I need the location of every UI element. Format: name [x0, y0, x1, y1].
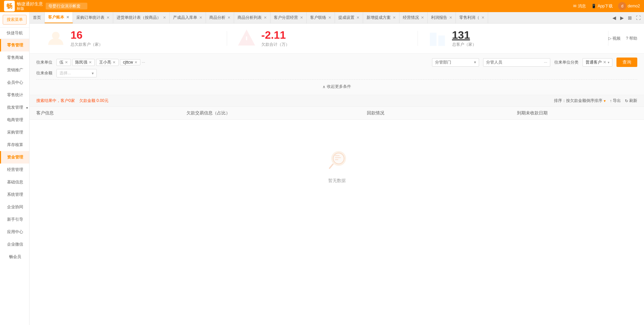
- tag-close-wu[interactable]: ✕: [65, 60, 68, 65]
- stats-help-area: ▷ 视频 ? 帮助: [608, 36, 637, 41]
- tab-profit-report[interactable]: 利润报告 ✕: [428, 12, 456, 23]
- svg-rect-6: [432, 35, 434, 37]
- sort-selector[interactable]: 排序：按欠款金额倒序排序 ▾: [554, 98, 606, 104]
- tab-operations-status[interactable]: 经营情况 ✕: [399, 12, 428, 23]
- sidebar-item-system[interactable]: 系统管理: [0, 188, 29, 201]
- tab-customer-ledger[interactable]: 客户账本 ✕: [45, 12, 73, 23]
- filter-row-2: 往来余额 选择... ▾: [36, 69, 637, 77]
- tab-product-entry[interactable]: 产成品入库单 ✕: [170, 12, 206, 23]
- tab-inventory-stats[interactable]: 进货单统计表（按商品） ✕: [113, 12, 170, 23]
- person-filter[interactable]: 分管人员 ···: [483, 58, 550, 67]
- sidebar-item-zero-retail[interactable]: 零售管理: [0, 39, 29, 51]
- search-menu-button[interactable]: 搜索菜单: [3, 15, 27, 25]
- results-bar: 搜索结果中，客户0家 欠款金额 0.00元 排序：按欠款金额倒序排序 ▾ ↑ 导…: [30, 95, 644, 107]
- sidebar-item-ecommerce[interactable]: 电商管理: [0, 114, 29, 126]
- dept-filter[interactable]: 分管部门 ▾: [432, 58, 479, 67]
- tab-close-product-analysis-list[interactable]: ✕: [264, 15, 267, 20]
- sidebar-item-retail-mall[interactable]: 零售商城: [0, 51, 29, 64]
- total-customers-value: 16: [71, 30, 103, 40]
- sidebar-item-wholesale[interactable]: 批发管理: [0, 101, 29, 114]
- customers-icon: [46, 29, 65, 48]
- app-download-btn[interactable]: 📱 App下载: [591, 3, 613, 9]
- help-btn[interactable]: ? 帮助: [626, 36, 637, 41]
- tab-close-customer-tier[interactable]: ✕: [300, 15, 303, 20]
- filter-more-icon[interactable]: ···: [142, 60, 145, 65]
- sidebar-item-basic-info[interactable]: 基础信息: [0, 176, 29, 188]
- export-icon: ↑: [610, 99, 612, 103]
- tab-more-btn[interactable]: ⊠: [627, 14, 633, 21]
- tab-close-new-raise[interactable]: ✕: [393, 15, 396, 20]
- tab-close-product-entry[interactable]: ✕: [199, 15, 202, 20]
- tab-close-retail-profit[interactable]: ✕: [481, 15, 484, 20]
- tag-close-wang[interactable]: ✕: [113, 60, 116, 65]
- sidebar-item-marketing[interactable]: 营销推广: [0, 64, 29, 76]
- help-icon: ?: [626, 36, 628, 41]
- sidebar-item-member-center[interactable]: 会员中心: [0, 76, 29, 89]
- building-icon: [428, 29, 447, 48]
- tab-purchase-order-stats[interactable]: 采购订单统计表 ✕: [73, 12, 113, 23]
- sidebar-item-member-vip[interactable]: 畅会员: [0, 251, 29, 263]
- tab-close-raise[interactable]: ✕: [356, 15, 359, 20]
- unit-type-tag-close[interactable]: ✕: [603, 60, 606, 65]
- sidebar-item-operations[interactable]: 经营管理: [0, 164, 29, 176]
- sidebar-item-inventory[interactable]: 库存核算: [0, 139, 29, 151]
- balance-select[interactable]: 选择... ▾: [56, 69, 97, 77]
- tab-product-analysis-list[interactable]: 商品分析列表 ✕: [234, 12, 270, 23]
- filter-row-1: 往来单位 伍 ✕ 陈民强 ✕ 王小亮 ✕: [36, 58, 637, 67]
- sidebar-item-newcomer[interactable]: 新手引导: [0, 213, 29, 226]
- svg-point-11: [333, 153, 344, 164]
- query-button[interactable]: 查询: [616, 58, 637, 67]
- sidebar-item-app-center[interactable]: 应用中心: [0, 226, 29, 238]
- tab-customer-tier[interactable]: 客户分层经营 ✕: [270, 12, 307, 23]
- empty-label: 暂无数据: [328, 178, 346, 184]
- svg-point-0: [52, 32, 59, 39]
- tab-close-profit[interactable]: ✕: [449, 15, 452, 20]
- stat-info-customers: 16 总欠款客户（家）: [71, 30, 103, 47]
- tab-close-purchase[interactable]: ✕: [106, 15, 110, 20]
- sidebar-item-enterprise[interactable]: 企业协同: [0, 201, 29, 213]
- tab-home[interactable]: 首页: [30, 12, 45, 23]
- tag-close-chen[interactable]: ✕: [89, 60, 92, 65]
- unit-type-tag-select: 普通客户 ✕ ▾: [583, 58, 612, 67]
- person-filter-more: ···: [544, 60, 547, 65]
- filter-tag-wu: 伍 ✕: [56, 59, 71, 66]
- sidebar-item-finance[interactable]: 资金管理: [0, 151, 29, 164]
- tag-close-cjttcw[interactable]: ✕: [134, 60, 137, 65]
- balance-select-arrow: ▾: [92, 71, 94, 76]
- tab-next-btn[interactable]: ▶: [619, 14, 625, 21]
- tab-close-inventory[interactable]: ✕: [163, 15, 166, 20]
- top-bar: 畅 畅捷通好生意 标版 母婴行业演示帐套 ✉ 消息 📱 App下载 d demo…: [0, 0, 644, 12]
- logo-icon: 畅: [4, 1, 15, 11]
- tab-close-customer-contact[interactable]: ✕: [328, 15, 331, 20]
- tab-close-customer-ledger[interactable]: ✕: [66, 15, 69, 20]
- quick-nav-button[interactable]: 快捷导航: [0, 28, 29, 39]
- filter-tag-wang: 王小亮 ✕: [96, 59, 119, 66]
- results-info: 搜索结果中，客户0家 欠款金额 0.00元: [36, 98, 109, 104]
- svg-line-12: [330, 164, 333, 168]
- sidebar-item-retail-stats[interactable]: 零售统计: [0, 89, 29, 101]
- export-btn[interactable]: ↑ 导出: [610, 98, 621, 104]
- sidebar: 搜索菜单 快捷导航 零售管理 零售商城 营销推广 会员中心 零售统计 批发管理 …: [0, 12, 30, 325]
- video-btn[interactable]: ▷ 视频: [608, 36, 620, 41]
- tab-new-raise-plan[interactable]: 新增提成方案 ✕: [363, 12, 399, 23]
- refresh-btn[interactable]: ↻ 刷新: [625, 98, 637, 104]
- tab-raise-settings[interactable]: 提成设置 ✕: [335, 12, 363, 23]
- sidebar-item-purchase[interactable]: 采购管理: [0, 126, 29, 139]
- tab-close-product-analysis[interactable]: ✕: [227, 15, 230, 20]
- tab-customer-contact[interactable]: 客户联络 ✕: [307, 12, 335, 23]
- stat-total-customers2: 131 总客户（家）: [418, 29, 609, 48]
- tenant-select[interactable]: 母婴行业演示帐套: [46, 3, 87, 9]
- sidebar-item-enterprise-wechat[interactable]: 企业微信: [0, 238, 29, 251]
- message-btn[interactable]: ✉ 消息: [573, 3, 586, 9]
- tab-fullscreen-btn[interactable]: ⛶: [635, 14, 642, 21]
- main-layout: 搜索菜单 快捷导航 零售管理 零售商城 营销推广 会员中心 零售统计 批发管理 …: [0, 12, 644, 325]
- stats-row: 16 总欠款客户（家） -2.11 欠款合计（万）: [30, 24, 644, 53]
- tab-prev-btn[interactable]: ◀: [611, 14, 617, 21]
- tab-product-analysis[interactable]: 商品分析 ✕: [206, 12, 234, 23]
- tab-close-operations[interactable]: ✕: [421, 15, 424, 20]
- tab-retail-profit[interactable]: 零售利润（ ✕: [456, 12, 488, 23]
- user-menu[interactable]: d demo2: [618, 2, 640, 10]
- stat-debt-total: -2.11 欠款合计（万）: [227, 29, 418, 48]
- collapse-button[interactable]: ∧ 收起更多条件: [36, 82, 637, 91]
- filter-area: 往来单位 伍 ✕ 陈民强 ✕ 王小亮 ✕: [30, 53, 644, 95]
